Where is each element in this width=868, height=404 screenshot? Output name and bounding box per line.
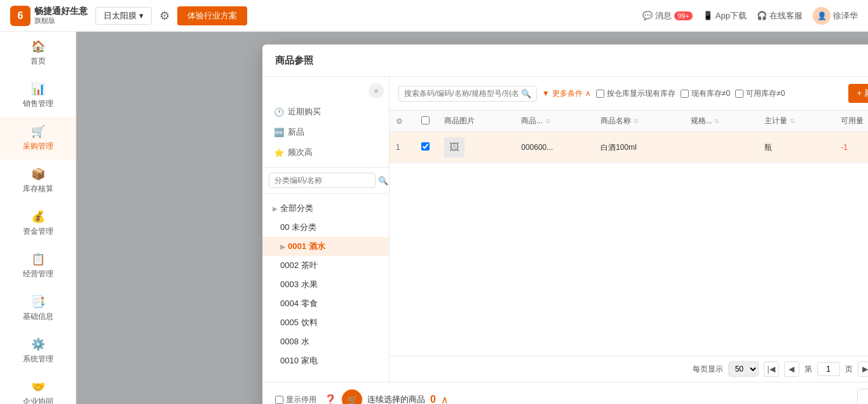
sidebar-item-system[interactable]: ⚙️ 系统管理 [0, 330, 76, 372]
sales-icon: 📊 [31, 82, 45, 96]
sidebar-item-home[interactable]: 🏠 首页 [0, 32, 76, 74]
logo-text: 畅捷通好生意 旗舰版 [34, 6, 88, 26]
product-name: 白酒100ml [594, 132, 684, 163]
logo-icon: 6 [10, 6, 31, 26]
arrow-icon-liquor: ▶ [280, 243, 285, 250]
stock-ne0-checkbox[interactable] [681, 90, 689, 98]
cart-area: ❓ 🛒 连续选择的商品 0 ∧ [324, 389, 449, 404]
select-all-checkbox[interactable] [421, 116, 430, 125]
product-search-input[interactable] [404, 89, 519, 98]
sort-icon-code: ⇅ [545, 118, 550, 125]
headset-icon: 🎧 [757, 11, 767, 20]
sidebar-label-finance: 资金管理 [23, 226, 53, 237]
chevron-down-icon: ▾ [139, 11, 144, 20]
tree-item-snack[interactable]: 0004 零食 [262, 294, 389, 313]
modal-header: 商品参照 ✕ [262, 44, 868, 77]
inventory-icon: 📦 [31, 167, 45, 181]
help-icon[interactable]: ❓ [324, 394, 337, 405]
user-profile[interactable]: 👤 徐泽华 [813, 7, 858, 25]
tree-item-water[interactable]: 0008 水 [262, 332, 389, 351]
table-settings-icon[interactable]: ⚙ [396, 117, 403, 126]
search-icon[interactable]: 🔍 [378, 176, 388, 185]
tab-frequent[interactable]: ⭐ 频次高 [268, 143, 384, 162]
sidebar-item-sales[interactable]: 📊 销售管理 [0, 74, 76, 117]
page-size-select[interactable]: 50 [728, 361, 759, 377]
tree-item-fruit[interactable]: 0003 水果 [262, 275, 389, 294]
tree-item-beverage[interactable]: 0005 饮料 [262, 313, 389, 332]
content-area: 商品参照 ✕ « 🕐 近期购买 [76, 32, 868, 404]
message-nav-item[interactable]: 💬 消息 99+ [642, 10, 693, 22]
tab-new-products[interactable]: 🆕 新品 [268, 123, 384, 142]
sidebar-label-inventory: 库存核算 [23, 184, 53, 194]
col-header-name[interactable]: 商品名称 ⇅ [594, 111, 684, 132]
page-next-button[interactable]: ▶ [858, 361, 868, 377]
available-ne0-checkbox[interactable] [735, 90, 743, 98]
modal-body: « 🕐 近期购买 🆕 新品 ⭐ 频次高 [262, 77, 868, 382]
message-icon: 💬 [642, 11, 653, 20]
cancel-button[interactable]: 取消 [857, 389, 868, 404]
category-search-area: 🔍 [262, 168, 389, 194]
checkbox-warehouse[interactable]: 按仓库显示现有库存 [596, 88, 675, 99]
sidebar-item-basic[interactable]: 📑 基础信息 [0, 287, 76, 330]
col-header-code[interactable]: 商品... ⇅ [515, 111, 594, 132]
row-checkbox[interactable] [421, 142, 430, 151]
tree-item-liquor[interactable]: ▶ 0001 酒水 [262, 237, 389, 256]
page-prev-button[interactable]: ◀ [784, 361, 799, 377]
sidebar-item-collab[interactable]: 🤝 企业协同 [0, 372, 76, 404]
table-row[interactable]: 1 🖼 000600... 白酒100ml [390, 132, 868, 163]
modal-right-panel: 🔍 ▼ 更多条件 ∧ 按仓库显示现有库存 [390, 77, 868, 382]
sidebar-label-home: 首页 [31, 56, 46, 67]
product-modal: 商品参照 ✕ « 🕐 近期购买 [262, 44, 868, 404]
service-item[interactable]: 🎧 在线客服 [757, 10, 803, 22]
sidebar-item-inventory[interactable]: 📦 库存核算 [0, 159, 76, 202]
sidebar: 🏠 首页 📊 销售管理 🛒 采购管理 📦 库存核算 💰 资金管理 📋 经营管理 … [0, 32, 76, 404]
tree-item-appliance[interactable]: 0010 家电 [262, 351, 389, 370]
tree-item-uncategorized[interactable]: 00 未分类 [262, 218, 389, 237]
collapse-up-button[interactable]: ∧ [441, 394, 449, 405]
gear-settings[interactable]: ⚙ [159, 9, 170, 23]
tree-item-all[interactable]: ▶ 全部分类 [262, 199, 389, 218]
sidebar-label-sales: 销售管理 [23, 98, 53, 109]
page-first-button[interactable]: |◀ [764, 361, 779, 377]
col-header-spec[interactable]: 规格... ⇅ [684, 111, 759, 132]
mobile-icon: 📱 [703, 11, 713, 20]
avatar: 👤 [813, 7, 831, 25]
footer-actions: 取消 确定 [857, 389, 868, 404]
cart-count: 0 [430, 394, 436, 404]
pagination: 每页显示 50 |◀ ◀ 第 页 ▶ ▶| 共1页，1条记录 [390, 356, 868, 382]
search-icon[interactable]: 🔍 [521, 89, 531, 98]
disabled-checkbox[interactable] [275, 396, 283, 404]
cart-icon[interactable]: 🛒 [342, 389, 362, 404]
col-header-unit[interactable]: 主计量 ⇅ [758, 111, 834, 132]
page-number-input[interactable] [817, 362, 840, 376]
collapse-left-button[interactable]: « [369, 83, 384, 98]
sidebar-item-business[interactable]: 📋 经营管理 [0, 245, 76, 287]
checkbox-available-ne0[interactable]: 可用库存≠0 [735, 88, 785, 99]
warehouse-checkbox[interactable] [596, 90, 604, 98]
business-icon: 📋 [31, 252, 45, 266]
table-header-row: ⚙ 商品图片 商品... ⇅ [390, 111, 868, 132]
sidebar-label-purchase: 采购管理 [23, 141, 53, 152]
sidebar-item-purchase[interactable]: 🛒 采购管理 [0, 117, 76, 159]
collab-icon: 🤝 [31, 380, 45, 394]
add-product-button[interactable]: + 新增商品 [848, 84, 868, 103]
nav-selector[interactable]: 日太阳膜 ▾ [95, 7, 152, 25]
page-size-label: 每页显示 [693, 364, 723, 375]
app-download-item[interactable]: 📱 App下载 [703, 10, 747, 22]
tab-recent-purchase[interactable]: 🕐 近期购买 [268, 102, 384, 121]
product-search-area: 🔍 [398, 86, 537, 102]
filter-button[interactable]: ▼ 更多条件 ∧ [542, 88, 591, 99]
show-disabled-checkbox[interactable]: 显示停用 [275, 394, 316, 405]
category-search-input[interactable] [269, 173, 376, 188]
sidebar-item-finance[interactable]: 💰 资金管理 [0, 202, 76, 245]
page-label: 第 [804, 364, 812, 375]
checkbox-stock-ne0[interactable]: 现有库存≠0 [681, 88, 730, 99]
sort-icon-unit: ⇅ [790, 118, 795, 125]
chevron-up-icon: ∧ [585, 89, 591, 98]
product-unit: 瓶 [758, 132, 834, 163]
nav-right: 💬 消息 99+ 📱 App下载 🎧 在线客服 👤 徐泽华 [642, 7, 858, 25]
tree-item-tea[interactable]: 0002 茶叶 [262, 256, 389, 275]
experience-button[interactable]: 体验行业方案 [177, 6, 247, 25]
product-code: 000600... [515, 132, 594, 163]
footer-left: 显示停用 ❓ 🛒 连续选择的商品 0 ∧ [275, 389, 449, 404]
